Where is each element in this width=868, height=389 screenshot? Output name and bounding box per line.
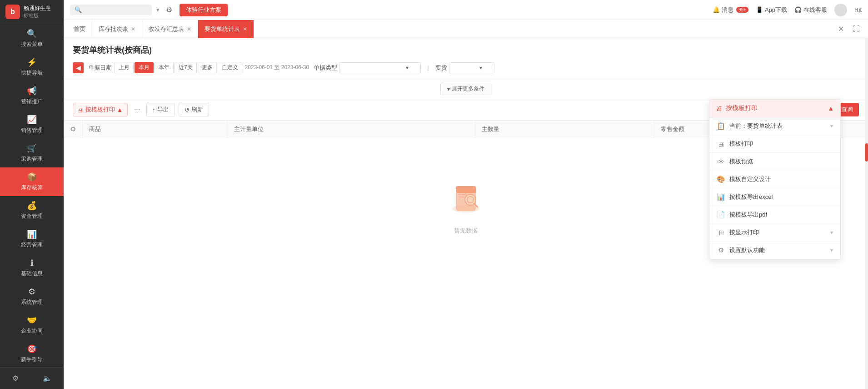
dropdown-title-label: 按模板打印 <box>726 104 758 112</box>
sidebar-label-system: 系统管理 <box>21 298 43 306</box>
app-download-button[interactable]: 📱 App下载 <box>756 6 787 14</box>
more-date-button[interactable]: 更多 <box>198 62 217 73</box>
sales-icon: 📈 <box>27 115 37 125</box>
template-print-label: 模板打印 <box>729 140 753 148</box>
sidebar-label-quick-nav: 快捷导航 <box>21 69 43 77</box>
topbar-dropdown-arrow[interactable]: ▾ <box>156 6 160 13</box>
display-print-arrow: ▾ <box>830 229 833 236</box>
current-year-button[interactable]: 本年 <box>155 62 174 73</box>
filter-divider: | <box>427 64 429 71</box>
last-7-days-button[interactable]: 近7天 <box>175 62 197 73</box>
search-icon: 🔍 <box>75 6 82 13</box>
sidebar-item-search[interactable]: 🔍 搜索菜单 <box>0 24 64 53</box>
sidebar-item-system[interactable]: ⚙ 系统管理 <box>0 282 64 311</box>
date-range-display: 2023-06-01 至 2023-06-30 <box>245 64 309 71</box>
default-func-icon: ⚙ <box>717 246 725 254</box>
order-type-label: 单据类型 <box>314 64 337 72</box>
username-label[interactable]: Rit <box>854 6 862 13</box>
dropdown-template-pdf[interactable]: 📄 按模板导出pdf <box>709 206 840 224</box>
tab-home[interactable]: 首页 <box>69 20 92 38</box>
trial-button[interactable]: 体验行业方案 <box>180 4 228 16</box>
sidebar-item-basic-info[interactable]: ℹ 基础信息 <box>0 253 64 282</box>
sidebar-label-marketing: 营销推广 <box>21 98 43 106</box>
dropdown-current-template[interactable]: 📋 当前：要货单统计表 ▾ <box>709 117 840 135</box>
current-template-label: 当前：要货单统计表 <box>729 122 783 130</box>
order-field-arrow-icon: ▾ <box>479 65 482 71</box>
refresh-button[interactable]: ↺ 刷新 <box>179 103 209 116</box>
sidebar-item-inventory[interactable]: 📦 库存核算 <box>0 167 64 196</box>
export-icon: ↑ <box>152 106 155 113</box>
col-product-header: 商品 <box>83 121 228 138</box>
dropdown-default-func[interactable]: ⚙ 设置默认功能 ▾ <box>709 242 840 259</box>
sidebar-item-marketing[interactable]: 📢 营销推广 <box>0 81 64 110</box>
tab-order-summary-close[interactable]: ✕ <box>243 26 247 32</box>
refresh-label: 刷新 <box>191 106 203 114</box>
topbar-actions: 🔔 消息 99+ 📱 App下载 🎧 在线客服 Rit <box>713 4 862 16</box>
app-version: 标准版 <box>24 12 51 19</box>
order-type-select[interactable]: ▾ <box>339 62 421 73</box>
sidebar-sound-button[interactable]: 🔈 <box>39 372 55 384</box>
print-dropdown-arrow[interactable]: ▲ <box>117 106 123 113</box>
search-input[interactable] <box>85 7 144 13</box>
print-template-button[interactable]: 🖨 按模板打印 ▲ <box>73 103 128 116</box>
sidebar-settings-button[interactable]: ⚙ <box>9 372 22 384</box>
order-field-filter: 要货 ▾ <box>435 62 494 73</box>
tab-close-all-icon[interactable]: ✕ <box>834 23 847 35</box>
date-filter-label: 单据日期 <box>88 64 112 72</box>
more-actions-icon[interactable]: ··· <box>131 104 143 116</box>
bell-icon: 🔔 <box>713 6 720 13</box>
dropdown-template-excel[interactable]: 📊 按模板导出excel <box>709 188 840 206</box>
current-month-button[interactable]: 本月 <box>135 62 154 73</box>
sidebar-item-guide[interactable]: 🎯 新手引导 <box>0 339 64 367</box>
dropdown-template-print[interactable]: 🖨 模板打印 <box>709 135 840 153</box>
inventory-icon: 📦 <box>27 172 37 182</box>
tab-inventory-batch[interactable]: 库存批次账 ✕ <box>92 20 142 38</box>
topbar: 🔍 ▾ ⚙ 体验行业方案 🔔 消息 99+ 📱 App下载 🎧 在线客服 Rit <box>64 0 868 20</box>
expand-more-label: 展开更多条件 <box>452 85 484 93</box>
messages-button[interactable]: 🔔 消息 99+ <box>713 6 748 14</box>
dropdown-collapse-icon[interactable]: ▲ <box>828 105 834 112</box>
table-settings-icon[interactable]: ⚙ <box>70 125 76 133</box>
dropdown-template-custom[interactable]: 🎨 模板自定义设计 <box>709 171 840 188</box>
dropdown-title: 🖨 按模板打印 <box>716 104 758 112</box>
export-button[interactable]: ↑ 导出 <box>146 103 175 116</box>
default-func-arrow: ▾ <box>830 247 833 253</box>
col-settings-header[interactable]: ⚙ <box>64 121 83 138</box>
logo-icon: b <box>5 5 20 19</box>
tab-expand-icon[interactable]: ⛶ <box>850 23 863 35</box>
expand-more-button[interactable]: ▾ 展开更多条件 <box>440 83 491 95</box>
topbar-settings-icon[interactable]: ⚙ <box>166 5 172 14</box>
dropdown-template-preview[interactable]: 👁 模板预览 <box>709 153 840 171</box>
dropdown-display-print[interactable]: 🖥 按显示打印 ▾ <box>709 224 840 242</box>
order-field-select[interactable]: ▾ <box>449 62 494 73</box>
tab-end-icons: ✕ ⛶ <box>834 23 863 35</box>
sidebar-item-sales[interactable]: 📈 销售管理 <box>0 110 64 139</box>
toolbar: 🖨 按模板打印 ▲ ··· ↑ 导出 ↺ 刷新 ⚙ 设置 <box>64 99 868 121</box>
col-qty-header: 主数量 <box>475 121 654 138</box>
template-print-icon: 🖨 <box>717 140 725 148</box>
sidebar-item-purchase[interactable]: 🛒 采购管理 <box>0 139 64 167</box>
prev-month-button[interactable]: 上月 <box>115 62 134 73</box>
empty-svg <box>443 175 489 220</box>
tab-inventory-batch-close[interactable]: ✕ <box>131 26 135 32</box>
collapse-filters-button[interactable]: ◀ <box>73 62 84 73</box>
date-buttons: 上月 本月 本年 近7天 更多 自定义 <box>115 62 242 73</box>
tab-receipt-summary[interactable]: 收发存汇总表 ✕ <box>142 20 198 38</box>
tab-receipt-summary-label: 收发存汇总表 <box>149 25 184 33</box>
user-avatar[interactable] <box>834 4 847 16</box>
sidebar-item-enterprise[interactable]: 🤝 企业协同 <box>0 311 64 339</box>
online-service-button[interactable]: 🎧 在线客服 <box>794 6 827 14</box>
tab-receipt-summary-close[interactable]: ✕ <box>187 26 191 32</box>
right-scrollbar[interactable] <box>865 38 868 389</box>
sidebar-item-finance[interactable]: 💰 资金管理 <box>0 196 64 225</box>
custom-date-button[interactable]: 自定义 <box>218 62 242 73</box>
sidebar-item-operations[interactable]: 📊 经营管理 <box>0 225 64 253</box>
sidebar-item-quick-nav[interactable]: ⚡ 快捷导航 <box>0 53 64 81</box>
template-preview-label: 模板预览 <box>729 157 753 166</box>
empty-text: 暂无数据 <box>454 227 478 235</box>
display-print-label: 按显示打印 <box>729 228 759 237</box>
tab-order-summary[interactable]: 要货单统计表 ✕ <box>198 20 254 38</box>
app-logo: b 畅通好生意 标准版 <box>0 0 64 24</box>
scrollbar-thumb[interactable] <box>865 143 868 162</box>
topbar-search-box[interactable]: 🔍 <box>70 5 152 15</box>
